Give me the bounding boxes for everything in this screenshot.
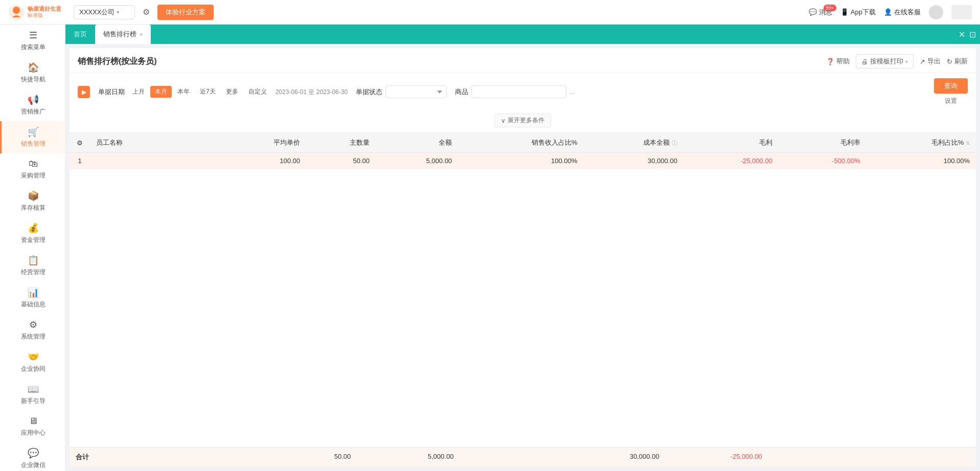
sidebar-item-wechat[interactable]: 💬 企业微信 — [0, 442, 65, 471]
print-btn[interactable]: 🖨 按模板打印 ▾ — [856, 54, 914, 69]
footer-label: 合计 — [76, 453, 147, 462]
page-content: 销售排行榜(按业务员) ❓ 帮助 🖨 按模板打印 ▾ ↗ 导出 — [70, 48, 976, 467]
col-avg-price: 平均单价 — [222, 133, 306, 153]
company-settings-icon[interactable]: ⚙ — [139, 5, 153, 19]
footer-avg-price — [147, 453, 250, 462]
expand-more-btn[interactable]: ∨ 展开更多条件 — [494, 114, 551, 127]
app-download-btn[interactable]: 📱 App下载 — [840, 8, 876, 17]
home-tab-label: 首页 — [74, 30, 87, 39]
search-menu-icon: ☰ — [29, 30, 37, 41]
table-row: 1 100.00 50.00 5,000.00 100.00% 30,000.0… — [70, 153, 976, 169]
refresh-btn[interactable]: ↻ 刷新 — [947, 57, 968, 66]
sidebar-label-finance: 资金管理 — [21, 236, 45, 244]
footer-sales-pct — [455, 453, 558, 462]
company-name: XXXXX公司 — [79, 8, 115, 17]
date-tab-custom[interactable]: 自定义 — [244, 86, 271, 98]
footer-total: 5,000.00 — [353, 453, 455, 462]
filter-row: ▶ 单据日期 上月 本月 本年 近7天 更多 自定义 2023- — [78, 78, 968, 105]
date-tab-7-days[interactable]: 近7天 — [195, 86, 220, 98]
sidebar-label-quicknav: 快捷导航 — [21, 75, 45, 84]
cell-rank: 1 — [70, 153, 90, 169]
cell-main-qty: 50.00 — [306, 153, 376, 169]
svg-point-1 — [13, 7, 20, 14]
online-service-label: 在线客服 — [894, 8, 921, 17]
sidebar-item-operations[interactable]: 📋 经营管理 — [0, 250, 65, 282]
date-tab-this-month[interactable]: 本月 — [150, 86, 172, 98]
sidebar-item-enterprise[interactable]: 🤝 企业协同 — [0, 346, 65, 378]
sidebar-item-marketing[interactable]: 📢 营销推广 — [0, 89, 65, 121]
online-service-btn[interactable]: 👤 在线客服 — [884, 8, 921, 17]
message-badge: 99+ — [824, 5, 836, 11]
company-selector[interactable]: XXXXX公司 ▾ — [74, 5, 135, 19]
tab-close-icon[interactable]: × — [140, 31, 143, 37]
date-tab-more[interactable]: 更多 — [221, 86, 243, 98]
message-btn[interactable]: 💬 消息 99+ — [809, 8, 832, 17]
logo-icon — [8, 4, 25, 20]
sidebar-item-inventory[interactable]: 📦 库存核算 — [0, 185, 65, 217]
sidebar-item-system[interactable]: ⚙ 系统管理 — [0, 314, 65, 346]
sidebar-label-enterprise: 企业协同 — [21, 365, 45, 373]
cell-gross-pct: 100.00% — [867, 153, 976, 169]
export-btn[interactable]: ↗ 导出 — [920, 57, 941, 66]
sidebar-item-search[interactable]: ☰ 搜索菜单 — [0, 25, 65, 57]
system-icon: ⚙ — [29, 319, 37, 330]
active-tab-label: 销售排行榜 — [103, 30, 136, 39]
date-tabs: 上月 本月 本年 近7天 更多 自定义 — [128, 86, 271, 98]
status-filter-select[interactable] — [385, 85, 447, 98]
tab-home[interactable]: 首页 — [65, 25, 95, 44]
sidebar: ☰ 搜索菜单 🏠 快捷导航 📢 营销推广 🛒 销售管理 🛍 采购管理 📦 库存核… — [0, 25, 65, 471]
sidebar-label-search: 搜索菜单 — [21, 43, 45, 52]
avatar[interactable] — [929, 5, 943, 19]
window-expand-icon[interactable]: ⊡ — [969, 30, 976, 39]
goods-filter-input[interactable] — [471, 85, 566, 98]
col-name: 员工名称 — [90, 133, 222, 153]
query-section: 查询 设置 — [934, 78, 968, 105]
footer-cells: 50.00 5,000.00 30,000.00 -25,000.00 — [147, 453, 970, 462]
filter-toggle-btn[interactable]: ▶ — [78, 86, 90, 98]
sort-icon[interactable]: ⇅ — [966, 140, 970, 146]
footer-gross: -25,000.00 — [662, 453, 764, 462]
sidebar-item-apps[interactable]: 🖥 应用中心 — [0, 411, 65, 442]
goods-filter-label: 商品 — [455, 87, 468, 97]
cell-gross: -25,000.00 — [683, 153, 779, 169]
home-icon: 🏠 — [28, 62, 39, 73]
query-button[interactable]: 查询 — [934, 78, 968, 94]
sidebar-label-apps: 应用中心 — [21, 429, 45, 437]
sidebar-item-guide[interactable]: 📖 新手引导 — [0, 378, 65, 411]
col-gross: 毛利 — [683, 133, 779, 153]
inventory-icon: 📦 — [28, 190, 39, 201]
enterprise-icon: 🤝 — [28, 351, 39, 363]
window-close-icon[interactable]: ✕ — [959, 30, 965, 39]
print-icon: 🖨 — [861, 58, 868, 65]
goods-filter-more[interactable]: ... — [569, 88, 575, 96]
tab-sales-ranking[interactable]: 销售排行榜 × — [95, 25, 151, 44]
sidebar-item-sales[interactable]: 🛒 销售管理 — [0, 121, 65, 153]
sidebar-item-basic-info[interactable]: 📊 基础信息 — [0, 282, 65, 314]
date-tab-last-month[interactable]: 上月 — [128, 86, 149, 98]
sidebar-item-quicknav[interactable]: 🏠 快捷导航 — [0, 57, 65, 89]
cell-sales-pct: 100.00% — [458, 153, 583, 169]
help-icon: ❓ — [826, 58, 834, 65]
date-range-display: 2023-06-01 至 2023-06-30 — [276, 87, 348, 97]
sidebar-label-wechat: 企业微信 — [21, 461, 45, 469]
help-btn[interactable]: ❓ 帮助 — [826, 57, 850, 66]
app-icon: 📱 — [840, 8, 849, 16]
operations-icon: 📋 — [28, 255, 39, 266]
date-tab-this-year[interactable]: 本年 — [173, 86, 194, 98]
sidebar-item-purchase[interactable]: 🛍 采购管理 — [0, 153, 65, 185]
col-main-qty: 主数量 — [306, 133, 376, 153]
cost-help-icon: ⓘ — [672, 140, 677, 146]
sales-icon: 🛒 — [28, 126, 39, 138]
filter-settings-link[interactable]: 设置 — [945, 97, 957, 105]
sidebar-label-purchase: 采购管理 — [21, 171, 45, 180]
marketing-icon: 📢 — [28, 94, 39, 105]
status-filter-label: 单据状态 — [356, 87, 382, 97]
footer-cost-total: 30,000.00 — [559, 453, 662, 462]
trial-button[interactable]: 体验行业方案 — [157, 5, 214, 20]
sidebar-item-finance[interactable]: 💰 资金管理 — [0, 217, 65, 250]
status-filter-group: 单据状态 — [356, 85, 447, 98]
message-icon: 💬 — [809, 8, 817, 16]
print-chevron-icon: ▾ — [905, 59, 908, 64]
cell-gross-rate: -500.00% — [779, 153, 867, 169]
sidebar-label-marketing: 营销推广 — [21, 107, 45, 116]
